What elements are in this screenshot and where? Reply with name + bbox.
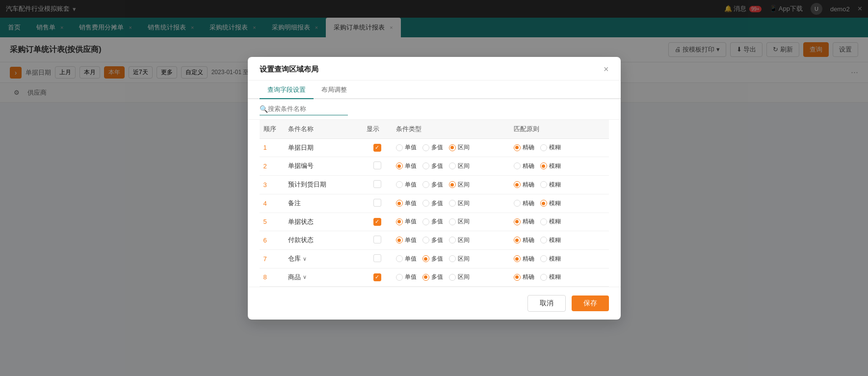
tab-layout-label: 布局调整 bbox=[321, 86, 347, 93]
search-box: 🔍 bbox=[248, 99, 621, 103]
dialog-title: 设置查询区域布局 bbox=[260, 65, 318, 74]
dialog-close-btn[interactable]: × bbox=[604, 65, 609, 74]
settings-dialog: 设置查询区域布局 × 查询字段设置 布局调整 🔍 顺序 bbox=[248, 57, 621, 103]
dialog-header: 设置查询区域布局 × bbox=[248, 57, 621, 81]
modal-overlay: 设置查询区域布局 × 查询字段设置 布局调整 🔍 顺序 bbox=[0, 0, 868, 103]
tab-query-fields[interactable]: 查询字段设置 bbox=[260, 81, 314, 99]
tab-layout[interactable]: 布局调整 bbox=[314, 81, 355, 99]
dialog-tabs: 查询字段设置 布局调整 bbox=[248, 81, 621, 99]
tab-query-fields-label: 查询字段设置 bbox=[267, 86, 306, 93]
